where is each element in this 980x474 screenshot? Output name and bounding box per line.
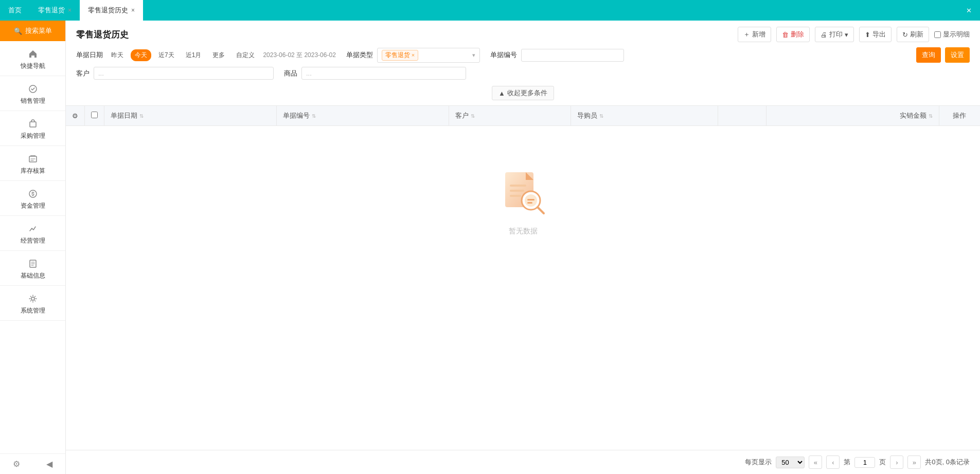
query-btn[interactable]: 查询: [916, 47, 941, 63]
sidebar-item-label: 库存核算: [21, 167, 45, 175]
show-detail-checkbox[interactable]: [934, 31, 941, 38]
th-amount[interactable]: 实销金额 ⇅: [767, 106, 939, 126]
customer-input[interactable]: ...: [94, 67, 274, 80]
sidebar-item-purchase[interactable]: 采购管理: [0, 111, 65, 146]
doc-no-filter: 单据编号: [490, 49, 624, 62]
sidebar-search[interactable]: 🔍 搜索菜单: [0, 21, 65, 41]
sales-icon: [27, 83, 39, 95]
collapse-icon: ▲: [498, 89, 505, 97]
window-close-btn[interactable]: ✕: [966, 7, 980, 14]
th-gear[interactable]: ⚙: [66, 106, 85, 126]
doc-type-tag-close[interactable]: ×: [412, 52, 415, 58]
date-btn-last7[interactable]: 近7天: [154, 49, 179, 61]
doc-type-select[interactable]: 零售退货 × ▾: [377, 48, 480, 63]
export-icon: ⬆: [865, 31, 870, 39]
page-prev-btn[interactable]: ‹: [826, 455, 840, 469]
basic-info-icon: [27, 258, 39, 269]
date-filter-label: 单据日期: [76, 50, 103, 60]
page-next-btn[interactable]: ›: [890, 455, 903, 469]
tab-retail-return-close[interactable]: ×: [68, 7, 72, 14]
goods-filter: 商品 ...: [284, 67, 466, 80]
goods-label: 商品: [284, 69, 297, 78]
svg-rect-8: [510, 185, 526, 187]
sidebar-item-quick-nav[interactable]: 快捷导航: [0, 41, 65, 76]
table-header-row: ⚙ 单据日期 ⇅ 单据编号: [66, 106, 980, 126]
svg-rect-1: [30, 122, 36, 127]
sidebar-item-operations[interactable]: 经营管理: [0, 216, 65, 251]
empty-illustration: [497, 167, 549, 218]
gear-icon[interactable]: ⚙: [72, 112, 78, 120]
sort-icon-docno: ⇅: [312, 113, 316, 119]
page-size-select[interactable]: 50 100 200: [776, 457, 805, 468]
new-btn[interactable]: ＋ 新增: [738, 27, 771, 42]
th-customer[interactable]: 客户 ⇅: [449, 106, 571, 126]
doc-type-tag: 零售退货 ×: [382, 50, 418, 61]
export-btn[interactable]: ⬆ 导出: [859, 27, 892, 42]
purchase-icon: [27, 118, 39, 130]
sidebar-item-finance[interactable]: 资金管理: [0, 181, 65, 216]
date-btn-today[interactable]: 今天: [131, 49, 151, 61]
total-info: 共0页, 0条记录: [925, 458, 970, 467]
tab-retail-return[interactable]: 零售退货 ×: [30, 0, 80, 21]
sidebar-item-label: 基础信息: [21, 271, 45, 280]
tab-retail-return-history-close[interactable]: ×: [131, 7, 135, 14]
date-btn-more[interactable]: 更多: [208, 49, 229, 61]
print-btn[interactable]: 🖨 打印 ▾: [815, 27, 854, 42]
date-btn-custom[interactable]: 自定义: [232, 49, 259, 61]
sort-icon-date: ⇅: [139, 113, 144, 119]
tab-retail-return-history[interactable]: 零售退货历史 ×: [80, 0, 143, 21]
refresh-icon: ↻: [902, 31, 908, 39]
doc-type-filter: 单据类型 零售退货 × ▾: [346, 48, 480, 63]
date-filter-btns: 昨天 今天 近7天 近1月 更多 自定义: [107, 49, 259, 61]
customer-filter: 客户 ...: [76, 67, 274, 80]
empty-state: 暂无数据: [66, 126, 980, 267]
doc-no-input[interactable]: [521, 49, 624, 62]
sidebar-volume-btn[interactable]: ◀: [46, 459, 52, 469]
page-unit: 页: [879, 458, 886, 467]
sort-icon-customer: ⇅: [471, 113, 475, 119]
data-table: ⚙ 单据日期 ⇅ 单据编号: [66, 106, 980, 126]
sidebar-item-system[interactable]: 系统管理: [0, 286, 65, 321]
doc-type-dropdown-icon: ▾: [472, 52, 475, 59]
search-icon: 🔍: [14, 27, 22, 35]
goods-input[interactable]: ...: [301, 67, 466, 80]
inventory-icon: [27, 153, 39, 165]
svg-rect-15: [527, 202, 532, 204]
sidebar-search-label: 搜索菜单: [25, 26, 52, 35]
page-number-input[interactable]: [854, 457, 875, 468]
delete-btn[interactable]: 🗑 删除: [776, 27, 810, 42]
operations-icon: [27, 223, 39, 234]
date-btn-last1month[interactable]: 近1月: [182, 49, 206, 61]
content-area: 零售退货历史 ＋ 新增 🗑 删除 🖨 打印 ▾: [66, 21, 980, 474]
sidebar-item-basic-info[interactable]: 基础信息: [0, 251, 65, 286]
customer-label: 客户: [76, 69, 90, 78]
th-docno[interactable]: 单据编号 ⇅: [277, 106, 449, 126]
filter-area: 单据日期 昨天 今天 近7天 近1月 更多 自定义 2023-06-02 至 2…: [76, 47, 970, 105]
select-all-checkbox[interactable]: [91, 112, 98, 118]
show-detail-checkbox-label[interactable]: 显示明细: [934, 30, 970, 39]
page-size-label: 每页显示: [745, 458, 772, 467]
system-icon: [27, 293, 39, 304]
refresh-btn[interactable]: ↻ 刷新: [897, 27, 929, 42]
page-last-btn[interactable]: »: [907, 455, 921, 469]
main-layout: 🔍 搜索菜单 快捷导航 销售管理 采购管理 库存核算: [0, 21, 980, 474]
sidebar-item-inventory[interactable]: 库存核算: [0, 146, 65, 181]
sidebar-item-sales[interactable]: 销售管理: [0, 76, 65, 111]
filter-row-2: 客户 ... 商品 ...: [76, 67, 970, 80]
th-date[interactable]: 单据日期 ⇅: [104, 106, 277, 126]
date-filter: 单据日期 昨天 今天 近7天 近1月 更多 自定义 2023-06-02 至 2…: [76, 49, 336, 61]
print-icon: 🖨: [821, 31, 827, 39]
settings-btn[interactable]: 设置: [945, 47, 970, 63]
page-label: 第: [844, 458, 850, 467]
sidebar-settings-btn[interactable]: ⚙: [13, 459, 20, 469]
tab-home[interactable]: 零售退货历史 首页: [0, 0, 30, 21]
pagination-bar: 每页显示 50 100 200 « ‹ 第 页 › » 共0页, 0条记录: [66, 450, 980, 474]
table-wrap: ⚙ 单据日期 ⇅ 单据编号: [66, 106, 980, 450]
doc-type-label: 单据类型: [346, 50, 373, 60]
date-btn-yesterday[interactable]: 昨天: [107, 49, 128, 61]
collapse-btn[interactable]: ▲ 收起更多条件: [492, 86, 554, 100]
svg-point-5: [31, 297, 34, 300]
page-first-btn[interactable]: «: [809, 455, 822, 469]
th-guide[interactable]: 导购员 ⇅: [571, 106, 718, 126]
date-range-text: 2023-06-02 至 2023-06-02: [263, 51, 335, 60]
